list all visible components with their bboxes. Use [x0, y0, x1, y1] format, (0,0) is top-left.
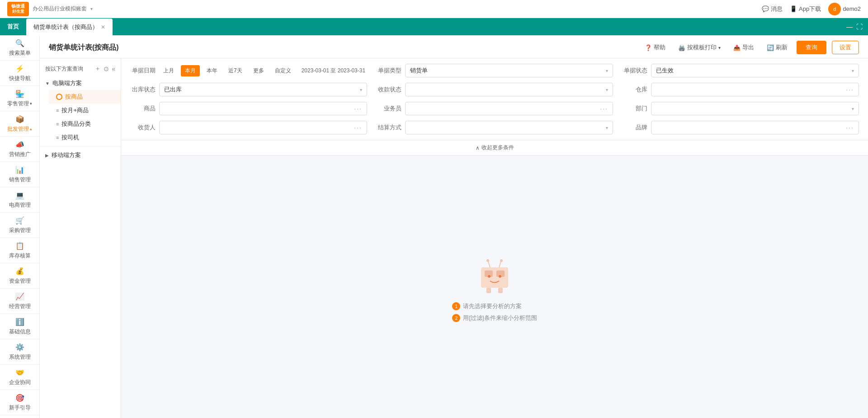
salesman-input[interactable]: ··· — [405, 102, 613, 115]
sidebar-item-finance[interactable]: 💰 资金管理 — [0, 263, 39, 289]
collapse-btn[interactable]: ∧ 收起更多条件 — [476, 144, 514, 152]
sidebar-item-basic[interactable]: ℹ️ 基础信息 — [0, 314, 39, 339]
page-header: 销货单统计表(按商品) ❓ 帮助 🖨️ 按模板打印 ▾ 📤 导出 🔄 刷新 — [40, 35, 868, 58]
date-btn-custom[interactable]: 自定义 — [271, 65, 295, 76]
doc-status-input[interactable]: 已生效 ▾ — [651, 64, 859, 77]
refresh-btn[interactable]: 🔄 刷新 — [763, 42, 791, 53]
step-1-badge: 1 — [452, 302, 460, 310]
receiver-input[interactable]: ··· — [159, 121, 367, 134]
tab-sales-stats[interactable]: 销货单统计表（按商品） ✕ — [26, 19, 113, 36]
out-status-input[interactable]: 已出库 ▾ — [159, 83, 367, 96]
sidebar-item-purchase[interactable]: 🛒 采购管理 — [0, 213, 39, 238]
top-nav-right: 💬 消息 📱 App下载 d demo2 — [762, 3, 861, 15]
date-btn-last-month[interactable]: 上月 — [159, 65, 178, 76]
tab-close-icon[interactable]: ✕ — [101, 24, 105, 30]
content-area: 销货单统计表(按商品) ❓ 帮助 🖨️ 按模板打印 ▾ 📤 导出 🔄 刷新 — [40, 35, 868, 418]
goods-label: 商品 — [130, 104, 156, 113]
help-btn[interactable]: ❓ 帮助 — [641, 42, 669, 53]
filter-row-3: 商品 ··· 业务员 ··· — [130, 102, 859, 115]
doc-type-input[interactable]: 销货单 ▾ — [405, 64, 613, 77]
payment-input[interactable]: ▾ — [405, 121, 613, 134]
page-title: 销货单统计表(按商品) — [49, 43, 119, 52]
warehouse-dots: ··· — [846, 86, 854, 93]
settings-button[interactable]: 设置 — [832, 41, 859, 54]
avatar: d — [828, 3, 841, 15]
filter-field-warehouse: 仓库 ··· — [622, 83, 859, 96]
sidebar-item-collab[interactable]: 🤝 企业协同 — [0, 365, 39, 390]
filter-field-goods: 商品 ··· — [130, 102, 367, 115]
tree-expand-icon: ▼ — [45, 81, 50, 86]
payment-arrow: ▾ — [606, 125, 608, 130]
sidebar-item-ecommerce[interactable]: 💻 电商管理 — [0, 187, 39, 213]
search-icon: 🔍 — [15, 39, 24, 48]
tree-group-mobile-label: 移动端方案 — [52, 151, 81, 159]
sidebar-item-search[interactable]: 🔍 搜索菜单 — [0, 35, 39, 61]
warehouse-label: 仓库 — [622, 86, 647, 94]
query-button[interactable]: 查询 — [797, 41, 826, 54]
tree-expand-icon-2: ▶ — [45, 153, 49, 158]
tree-item-by-month-goods[interactable]: ≡ 按月+商品 — [49, 104, 121, 117]
collect-status-input[interactable]: ▾ — [405, 83, 613, 96]
tab-home[interactable]: 首页 — [0, 18, 26, 35]
filter-field-brand: 品牌 ··· — [622, 121, 859, 134]
brand-input[interactable]: ··· — [651, 121, 859, 134]
edit-scheme-btn[interactable]: ⊙ — [104, 65, 109, 72]
sidebar-item-system[interactable]: ⚙️ 系统管理 — [0, 339, 39, 365]
warehouse-input[interactable]: ··· — [651, 83, 859, 96]
sidebar-item-marketing[interactable]: 📣 营销推广 — [0, 137, 39, 162]
tab-maximize-icon[interactable]: ⛶ — [856, 23, 863, 30]
filter-row-2: 出库状态 已出库 ▾ 收款状态 ▾ — [130, 83, 859, 96]
app-download-icon: 📱 — [790, 5, 797, 12]
tree-item-by-goods[interactable]: 按商品 — [49, 90, 121, 104]
collapse-panel-btn[interactable]: « — [112, 65, 115, 72]
doc-status-label: 单据状态 — [622, 66, 647, 75]
add-scheme-btn[interactable]: ＋ — [94, 65, 101, 73]
filter-field-payment: 结算方式 ▾ — [376, 121, 613, 134]
sidebar-item-sales[interactable]: 📊 销售管理 — [0, 162, 39, 187]
tree-item-by-driver[interactable]: ≡ 按司机 — [49, 131, 121, 144]
sidebar-item-apps[interactable]: 🔲 应用中心 — [0, 415, 39, 418]
export-btn[interactable]: 📤 导出 — [730, 42, 758, 53]
app-download-btn[interactable]: 📱 App下载 — [790, 5, 821, 13]
date-btn-this-year[interactable]: 本年 — [203, 65, 222, 76]
sidebar-item-retail[interactable]: 🏪 零售管理▾ — [0, 86, 39, 111]
wholesale-icon: 📦 — [15, 115, 24, 124]
purchase-icon: 🛒 — [15, 216, 24, 225]
sidebar-item-quicknav[interactable]: ⚡ 快捷导航 — [0, 61, 39, 86]
date-label: 单据日期 — [130, 66, 156, 75]
receiver-label: 收货人 — [130, 124, 156, 132]
sidebar-item-inventory[interactable]: 📋 库存核算 — [0, 238, 39, 263]
system-icon: ⚙️ — [15, 343, 24, 352]
print-arrow-icon: ▾ — [718, 45, 721, 50]
template-print-btn[interactable]: 🖨️ 按模板打印 ▾ — [675, 42, 724, 53]
inventory-icon: 📋 — [15, 242, 24, 250]
tree-group-pc[interactable]: ▼ 电脑端方案 — [40, 76, 121, 90]
wholesale-arrow: ▴ — [30, 127, 32, 131]
date-btn-more[interactable]: 更多 — [249, 65, 268, 76]
svg-point-4 — [499, 275, 501, 278]
brand-dots: ··· — [846, 124, 854, 131]
message-icon: 💬 — [762, 5, 769, 12]
main-layout: 🔍 搜索菜单 ⚡ 快捷导航 🏪 零售管理▾ 📦 批发管理▴ 📣 营销推广 📊 销… — [0, 35, 868, 418]
tree-group-mobile[interactable]: ▶ 移动端方案 — [40, 148, 121, 162]
date-btn-this-month[interactable]: 本月 — [181, 65, 200, 76]
filter-field-salesman: 业务员 ··· — [376, 102, 613, 115]
user-menu[interactable]: d demo2 — [828, 3, 861, 15]
industry-arrow[interactable]: ▾ — [90, 6, 93, 11]
sidebar-item-management[interactable]: 📈 经营管理 — [0, 289, 39, 314]
goods-input[interactable]: ··· — [159, 102, 367, 115]
tree-selected-icon — [56, 94, 62, 100]
sidebar-item-wholesale[interactable]: 📦 批发管理▴ — [0, 111, 39, 137]
message-btn[interactable]: 💬 消息 — [762, 5, 783, 13]
left-panel-header: 按以下方案查询 ＋ ⊙ « — [40, 63, 121, 76]
empty-step-2: 2 用[过滤]条件来缩小分析范围 — [452, 314, 537, 322]
quicknav-icon: ⚡ — [15, 64, 24, 73]
tab-minimize-icon[interactable]: — — [846, 23, 853, 30]
scheme-tree: ▼ 电脑端方案 按商品 ≡ 按月+商品 — [40, 76, 121, 162]
tree-item-by-category[interactable]: ≡ 按商品分类 — [49, 117, 121, 131]
sidebar-item-guide[interactable]: 🎯 新手引导 — [0, 390, 39, 415]
empty-text-block: 1 请先选择要分析的方案 2 用[过滤]条件来缩小分析范围 — [452, 302, 537, 322]
sidebar: 🔍 搜索菜单 ⚡ 快捷导航 🏪 零售管理▾ 📦 批发管理▴ 📣 营销推广 📊 销… — [0, 35, 40, 418]
date-btn-7days[interactable]: 近7天 — [224, 65, 246, 76]
dept-input[interactable]: ▾ — [651, 102, 859, 115]
